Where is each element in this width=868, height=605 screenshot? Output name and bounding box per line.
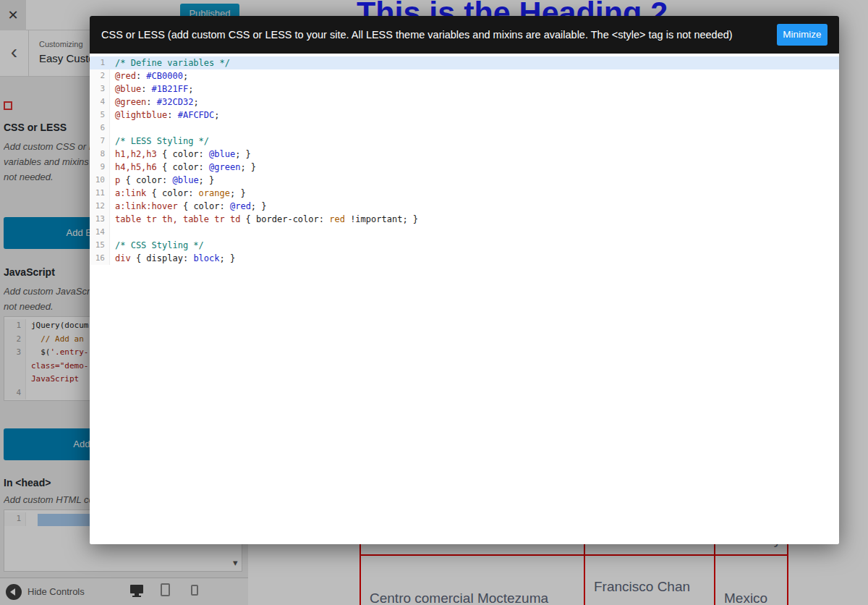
code-token: @blue — [172, 175, 198, 185]
code-token: ; } — [230, 188, 246, 198]
code-token: : — [141, 84, 151, 94]
line-number: 1 — [90, 56, 110, 69]
code-token: /* LESS Styling */ — [115, 136, 209, 146]
line-number: 14 — [90, 226, 110, 239]
code-token: @red — [230, 201, 251, 211]
code-line[interactable]: 12a:link:hover { color: @red; } — [90, 200, 839, 213]
code-line[interactable]: 11a:link { color: orange; } — [90, 187, 839, 200]
line-number: 12 — [90, 200, 110, 213]
code-text: h1,h2,h3 { color: @blue; } — [110, 148, 251, 161]
code-line[interactable]: 8h1,h2,h3 { color: @blue; } — [90, 148, 839, 161]
code-token: block — [193, 253, 219, 263]
code-text: @red: #CB0000; — [110, 69, 188, 82]
code-token: { color: — [157, 162, 209, 172]
line-number: 11 — [90, 187, 110, 200]
code-token: @red — [115, 71, 136, 81]
code-token: /* CSS Styling */ — [115, 240, 204, 250]
code-line[interactable]: 4@green: #32CD32; — [90, 96, 839, 109]
line-number: 15 — [90, 239, 110, 252]
code-token: table tr th, table tr td — [115, 214, 240, 224]
code-token: h1,h2,h3 — [115, 149, 157, 159]
code-token: red — [329, 214, 345, 224]
code-line[interactable]: 5@lightblue: #AFCFDC; — [90, 109, 839, 122]
code-token: @green — [115, 97, 146, 107]
line-number: 6 — [90, 122, 110, 135]
code-token: ; } — [251, 201, 267, 211]
code-token: #32CD32 — [157, 97, 194, 107]
css-editor-modal: CSS or LESS (add custom CSS or LESS to y… — [90, 16, 839, 544]
code-text: /* CSS Styling */ — [110, 239, 204, 252]
code-token: ; — [183, 71, 188, 81]
code-token: orange — [199, 188, 230, 198]
code-token: : — [136, 71, 146, 81]
code-line[interactable]: 14 — [90, 226, 839, 239]
line-number: 4 — [90, 96, 110, 109]
line-number: 3 — [90, 82, 110, 96]
code-text: /* Define variables */ — [110, 56, 230, 69]
code-text: @blue: #1B21FF; — [110, 82, 193, 96]
code-line[interactable]: 7/* LESS Styling */ — [90, 135, 839, 148]
code-token: ; } — [240, 162, 256, 172]
minimize-button[interactable]: Minimize — [777, 24, 827, 46]
code-token: @green — [209, 162, 240, 172]
code-text — [110, 226, 120, 239]
line-number: 8 — [90, 148, 110, 161]
code-token: !important; } — [345, 214, 418, 224]
code-token: @lightblue — [115, 110, 167, 120]
code-token: /* Define variables */ — [115, 58, 230, 68]
modal-header: CSS or LESS (add custom CSS or LESS to y… — [90, 16, 839, 54]
code-token: ; } — [199, 175, 215, 185]
code-text: h4,h5,h6 { color: @green; } — [110, 161, 256, 174]
code-line[interactable]: 3@blue: #1B21FF; — [90, 82, 839, 96]
code-token: ; } — [220, 253, 236, 263]
line-number: 13 — [90, 213, 110, 226]
code-token: { color: — [146, 188, 198, 198]
code-token: ; — [188, 84, 193, 94]
modal-title: CSS or LESS (add custom CSS or LESS to y… — [101, 29, 768, 41]
line-number: 5 — [90, 109, 110, 122]
code-text: a:link:hover { color: @red; } — [110, 200, 267, 213]
code-token: ; } — [235, 149, 251, 159]
code-text: div { display: block; } — [110, 252, 235, 265]
code-line[interactable]: 15/* CSS Styling */ — [90, 239, 839, 252]
code-text: @green: #32CD32; — [110, 96, 199, 109]
code-line[interactable]: 1/* Define variables */ — [90, 56, 839, 69]
code-token: { border-color: — [240, 214, 329, 224]
line-number: 16 — [90, 252, 110, 265]
code-token: @blue — [115, 84, 141, 94]
code-token: ; — [214, 110, 219, 120]
code-line[interactable]: 6 — [90, 122, 839, 135]
line-number: 9 — [90, 161, 110, 174]
code-line[interactable]: 13table tr th, table tr td { border-colo… — [90, 213, 839, 226]
code-token: @blue — [209, 149, 235, 159]
code-text: table tr th, table tr td { border-color:… — [110, 213, 418, 226]
code-line[interactable]: 9h4,h5,h6 { color: @green; } — [90, 161, 839, 174]
code-line[interactable]: 2@red: #CB0000; — [90, 69, 839, 82]
code-text: @lightblue: #AFCFDC; — [110, 109, 220, 122]
code-token: { color: — [120, 175, 172, 185]
code-line[interactable]: 16div { display: block; } — [90, 252, 839, 265]
line-number: 7 — [90, 135, 110, 148]
line-number: 10 — [90, 174, 110, 187]
code-token: #CB0000 — [146, 71, 183, 81]
code-token: a:link — [115, 188, 146, 198]
code-token: ; — [193, 97, 198, 107]
code-token: : — [167, 110, 177, 120]
code-text: /* LESS Styling */ — [110, 135, 209, 148]
code-token: { display: — [131, 253, 194, 263]
code-token: a:link:hover — [115, 201, 178, 211]
code-token: div — [115, 253, 131, 263]
code-token: { color: — [157, 149, 209, 159]
code-line[interactable]: 10p { color: @blue; } — [90, 174, 839, 187]
screen: This is the Heading 2 Alfreds Futterkist… — [0, 0, 868, 605]
code-token: h4,h5,h6 — [115, 162, 157, 172]
code-token: #1B21FF — [152, 84, 189, 94]
code-token: { color: — [178, 201, 230, 211]
code-token: #AFCFDC — [178, 110, 215, 120]
code-text: a:link { color: orange; } — [110, 187, 246, 200]
code-text — [110, 122, 120, 135]
css-code-editor[interactable]: 1/* Define variables */2@red: #CB0000;3@… — [90, 54, 839, 544]
code-token: : — [146, 97, 156, 107]
line-number: 2 — [90, 69, 110, 82]
code-text: p { color: @blue; } — [110, 174, 214, 187]
